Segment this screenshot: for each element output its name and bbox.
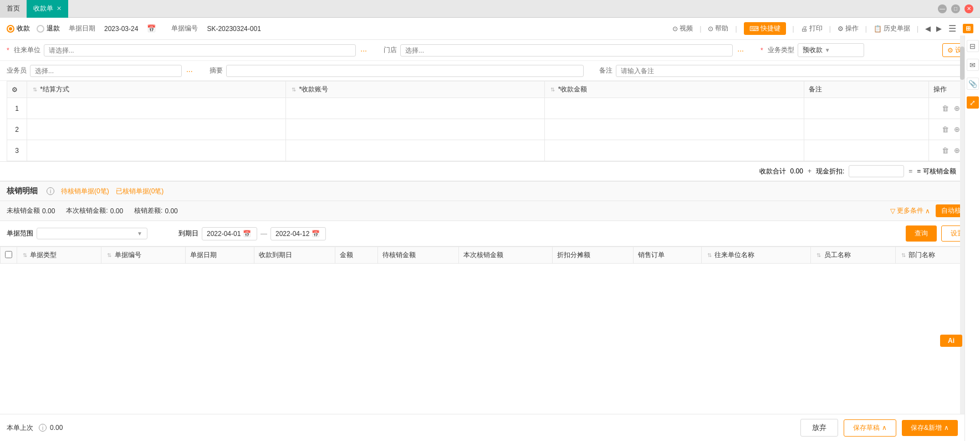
gear-icon: ⚙ [947, 47, 953, 54]
partner-input[interactable] [44, 44, 356, 57]
radio-refund-label: 退款 [47, 24, 60, 33]
right-panel-expand-icon[interactable]: ⤢ [967, 96, 979, 109]
calendar-start-icon: 📅 [243, 230, 251, 238]
this-writeoff-stat: 本次核销金额: 0.00 [66, 206, 123, 216]
summary-input[interactable] [226, 65, 584, 77]
unverified-stat: 未核销金额 0.00 [7, 206, 55, 216]
table-gear-header[interactable]: ⚙ [7, 81, 27, 98]
due-end-input[interactable]: 2022-04-12 📅 [270, 227, 326, 240]
bill-range-field: 单据范围 ▼ [7, 228, 147, 239]
right-panel-clip-icon[interactable]: 📎 [967, 78, 979, 90]
result-label: = 可核销金额 [917, 167, 956, 176]
help-icon: ⊙ [708, 25, 713, 33]
writeoff-stats: 未核销金额 0.00 本次核销金额: 0.00 核销差额: 0.00 ▽ 更多条… [0, 201, 980, 221]
filter-icon[interactable]: ▽ 更多条件 ∧ [890, 206, 930, 216]
grid-icon[interactable]: ⊞ [963, 24, 973, 33]
remark-label: 备注 [599, 66, 612, 75]
partner-ellipsis[interactable]: ··· [359, 46, 368, 55]
radio-collect-dot [7, 25, 14, 33]
sort-number-icon[interactable]: ⇅ [107, 252, 111, 258]
row1-remark[interactable] [804, 98, 928, 119]
sort-settle-icon[interactable]: ⇅ [33, 86, 37, 93]
biztype-dropdown[interactable]: 预收款 ▼ [798, 43, 864, 57]
staff-ellipsis[interactable]: ··· [185, 66, 194, 75]
minimize-button[interactable]: — [938, 4, 947, 13]
row1-amount[interactable] [545, 98, 804, 119]
pending-link[interactable]: 待核销单据(0笔) [61, 187, 109, 196]
col-checkbox-header[interactable] [1, 247, 17, 264]
row1-settle[interactable] [27, 98, 286, 119]
row1-copy-icon[interactable]: ⊕ [954, 104, 960, 112]
row1-delete-icon[interactable]: 🗑 [942, 104, 949, 112]
prev-icon[interactable]: ◀ [925, 24, 931, 33]
print-btn[interactable]: 🖨 打印 [801, 24, 823, 33]
right-panel-mail-icon[interactable]: ✉ [967, 59, 979, 71]
table-row: 2 🗑 ⊕ [7, 119, 973, 140]
row3-copy-icon[interactable]: ⊕ [954, 146, 960, 155]
staff-input[interactable] [30, 65, 182, 77]
calendar-icon[interactable]: 📅 [147, 24, 156, 33]
remark-input[interactable] [616, 65, 973, 77]
row2-amount[interactable] [545, 119, 804, 140]
draft-button[interactable]: 保存草稿 ∧ [844, 419, 896, 437]
row1-account[interactable] [286, 98, 545, 119]
save-new-button[interactable]: 保存&新增 ∧ [902, 420, 958, 436]
discount-input[interactable] [849, 165, 904, 177]
ops-btn[interactable]: ⚙ 操作 [838, 24, 859, 33]
footer-left: 本单上次 i 0.00 [7, 423, 63, 433]
close-button[interactable]: ✕ [964, 4, 973, 13]
select-all-checkbox[interactable] [5, 251, 12, 258]
sort-partner-icon[interactable]: ⇅ [707, 252, 712, 258]
save-caret-icon: ∧ [944, 424, 949, 432]
col-discount-header: 折扣分摊额 [552, 247, 633, 264]
staff-field: 业务员 ··· [7, 65, 194, 77]
sort-dept-icon[interactable]: ⇅ [901, 252, 906, 258]
shortcut-button[interactable]: ⌨ 快捷键 [744, 22, 786, 35]
row3-account[interactable] [286, 140, 545, 161]
row3-delete-icon[interactable]: 🗑 [942, 146, 949, 155]
row-num-1: 1 [7, 98, 27, 119]
row3-remark[interactable] [804, 140, 928, 161]
sort-account-icon[interactable]: ⇅ [292, 86, 296, 93]
row2-settle[interactable] [27, 119, 286, 140]
sort-staff-icon[interactable]: ⇅ [816, 252, 821, 258]
list-icon[interactable]: ☰ [947, 23, 957, 34]
row2-account[interactable] [286, 119, 545, 140]
help-btn[interactable]: ⊙ 帮助 [708, 24, 728, 33]
row3-amount[interactable] [545, 140, 804, 161]
col-due-header: 收款到期日 [254, 247, 335, 264]
base-info-icon[interactable]: i [39, 424, 47, 432]
row3-settle[interactable] [27, 140, 286, 161]
row2-delete-icon[interactable]: 🗑 [942, 125, 949, 134]
tab-receipt[interactable]: 收款单 ✕ [27, 0, 68, 18]
base-value: 0.00 [50, 424, 63, 432]
done-link[interactable]: 已核销单据(0笔) [116, 187, 164, 196]
row2-copy-icon[interactable]: ⊕ [954, 125, 960, 134]
scroll-track[interactable] [960, 35, 964, 432]
ai-badge[interactable]: Ai [940, 335, 962, 347]
abandon-button[interactable]: 放弃 [800, 419, 838, 437]
store-ellipsis[interactable]: ··· [736, 46, 745, 55]
bill-range-select[interactable]: ▼ [37, 228, 147, 239]
table-row: 1 🗑 ⊕ [7, 98, 973, 119]
draft-caret-icon: ∧ [882, 424, 887, 432]
store-input[interactable] [400, 44, 733, 57]
sort-type-icon[interactable]: ⇅ [23, 252, 27, 258]
number-label: 单据编号 [171, 24, 198, 33]
next-icon[interactable]: ▶ [936, 24, 942, 33]
row2-remark[interactable] [804, 119, 928, 140]
video-btn[interactable]: ⊙ 视频 [672, 24, 693, 33]
due-start-input[interactable]: 2022-04-01 📅 [202, 227, 257, 240]
tab-close-icon[interactable]: ✕ [57, 5, 62, 12]
remark-field: 备注 [599, 65, 973, 77]
history-btn[interactable]: 📋 历史单据 [874, 24, 910, 33]
sort-amount-icon[interactable]: ⇅ [550, 86, 555, 93]
maximize-button[interactable]: □ [951, 4, 960, 13]
radio-collect[interactable]: 收款 [7, 24, 30, 33]
right-panel-table-icon[interactable]: ⊟ [967, 40, 979, 52]
writeoff-info-icon[interactable]: i [47, 187, 54, 195]
radio-refund[interactable]: 退款 [37, 24, 60, 33]
tab-home[interactable]: 首页 [0, 0, 27, 18]
scroll-thumb[interactable] [960, 47, 964, 80]
query-button[interactable]: 查询 [906, 225, 937, 242]
